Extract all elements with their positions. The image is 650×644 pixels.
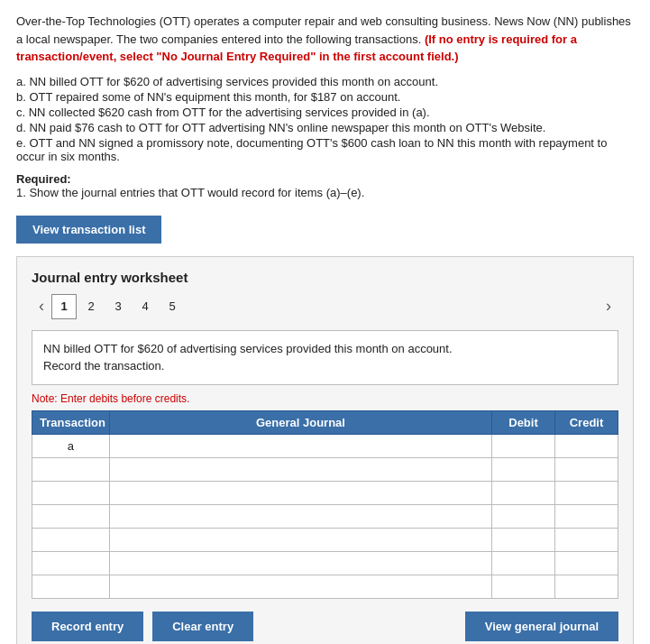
journal-cell-3[interactable] [109, 481, 491, 504]
table-row [32, 551, 618, 575]
trans-cell-4 [32, 504, 110, 528]
debit-input-6[interactable] [492, 552, 554, 575]
trans-cell-5 [32, 528, 110, 551]
credit-cell-5[interactable] [555, 528, 618, 551]
credit-input-1[interactable] [555, 435, 618, 457]
table-row [32, 504, 618, 528]
journal-input-7[interactable] [110, 575, 491, 598]
journal-input-1[interactable] [110, 435, 491, 457]
table-row [32, 575, 618, 598]
credit-cell-6[interactable] [555, 551, 618, 575]
required-item: 1. Show the journal entries that OTT wou… [16, 186, 634, 199]
transaction-desc-text: NN billed OTT for $620 of advertising se… [43, 342, 453, 373]
debit-cell-2[interactable] [492, 457, 555, 481]
credit-cell-2[interactable] [555, 457, 618, 481]
debit-input-3[interactable] [492, 482, 554, 504]
journal-input-2[interactable] [110, 458, 491, 481]
col-general-journal: General Journal [109, 410, 491, 434]
journal-cell-1[interactable] [109, 434, 491, 457]
record-entry-button[interactable]: Record entry [32, 612, 143, 641]
transaction-item-d: d. NN paid $76 cash to OTT for OTT adver… [16, 121, 634, 134]
table-row [32, 457, 618, 481]
journal-table: Transaction General Journal Debit Credit… [32, 410, 618, 599]
debit-cell-6[interactable] [492, 551, 555, 575]
credit-cell-4[interactable] [555, 504, 618, 528]
view-transaction-list-button[interactable]: View transaction list [16, 216, 161, 244]
credit-input-2[interactable] [555, 458, 618, 481]
journal-input-3[interactable] [110, 482, 491, 504]
journal-cell-7[interactable] [109, 575, 491, 598]
debit-cell-3[interactable] [492, 481, 555, 504]
table-row [32, 481, 618, 504]
trans-cell-7 [32, 575, 110, 598]
journal-input-6[interactable] [110, 552, 491, 575]
debit-input-1[interactable] [492, 435, 554, 457]
bottom-buttons: Record entry Clear entry View general jo… [32, 612, 618, 641]
credit-cell-7[interactable] [555, 575, 618, 598]
debit-input-2[interactable] [492, 458, 554, 481]
worksheet-title: Journal entry worksheet [32, 270, 618, 285]
required-label: Required: [16, 172, 71, 186]
credit-input-4[interactable] [555, 505, 618, 528]
page-3[interactable]: 3 [105, 294, 131, 319]
journal-entry-worksheet: Journal entry worksheet ‹ 1 2 3 4 5 › NN… [16, 256, 634, 645]
col-debit: Debit [492, 410, 555, 434]
credit-cell-1[interactable] [555, 434, 618, 457]
clear-entry-button[interactable]: Clear entry [152, 612, 253, 641]
trans-cell-1: a [32, 434, 110, 457]
view-general-journal-button[interactable]: View general journal [465, 612, 618, 641]
transaction-item-a: a. NN billed OTT for $620 of advertising… [16, 75, 634, 88]
note-text: Note: Enter debits before credits. [32, 392, 618, 405]
debit-input-5[interactable] [492, 529, 554, 551]
intro-paragraph: Over-the-Top Technologies (OTT) operates… [16, 13, 634, 66]
debit-input-7[interactable] [492, 575, 554, 598]
journal-input-5[interactable] [110, 529, 491, 551]
journal-cell-4[interactable] [109, 504, 491, 528]
page-5[interactable]: 5 [160, 294, 185, 319]
debit-cell-1[interactable] [492, 434, 555, 457]
transaction-item-b: b. OTT repaired some of NN's equipment t… [16, 90, 634, 104]
page-2[interactable]: 2 [78, 294, 104, 319]
prev-page-arrow[interactable]: ‹ [32, 295, 51, 317]
credit-input-5[interactable] [555, 529, 618, 551]
journal-cell-2[interactable] [109, 457, 491, 481]
trans-cell-6 [32, 551, 110, 575]
col-transaction: Transaction [32, 410, 110, 434]
pagination-row: ‹ 1 2 3 4 5 › [32, 294, 618, 319]
trans-cell-3 [32, 481, 110, 504]
credit-input-3[interactable] [555, 482, 618, 504]
debit-cell-4[interactable] [492, 504, 555, 528]
credit-cell-3[interactable] [555, 481, 618, 504]
journal-cell-5[interactable] [109, 528, 491, 551]
debit-input-4[interactable] [492, 505, 554, 528]
page-4[interactable]: 4 [133, 294, 158, 319]
credit-input-6[interactable] [555, 552, 618, 575]
journal-cell-6[interactable] [109, 551, 491, 575]
page-1[interactable]: 1 [51, 294, 77, 319]
table-row [32, 528, 618, 551]
required-section: Required: 1. Show the journal entries th… [16, 172, 634, 199]
next-page-arrow[interactable]: › [599, 295, 618, 317]
table-row: a [32, 434, 618, 457]
transaction-item-e: e. OTT and NN signed a promissory note, … [16, 136, 634, 163]
transaction-item-c: c. NN collected $620 cash from OTT for t… [16, 106, 634, 119]
debit-cell-7[interactable] [492, 575, 555, 598]
journal-input-4[interactable] [110, 505, 491, 528]
trans-cell-2 [32, 457, 110, 481]
transaction-description: NN billed OTT for $620 of advertising se… [32, 330, 618, 385]
debit-cell-5[interactable] [492, 528, 555, 551]
transaction-list: a. NN billed OTT for $620 of advertising… [16, 75, 634, 163]
credit-input-7[interactable] [555, 575, 618, 598]
col-credit: Credit [555, 410, 618, 434]
